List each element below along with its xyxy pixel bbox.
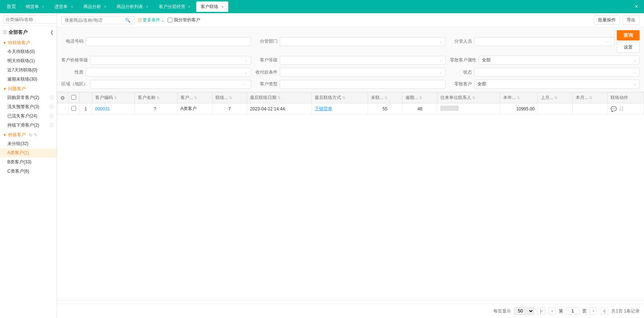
query-button[interactable]: 查询 <box>617 30 640 40</box>
th-last-month-label: 上月... <box>541 95 553 101</box>
next-page-button[interactable]: › <box>590 307 597 315</box>
all-customers-label[interactable]: 全部客户 <box>8 29 28 36</box>
nav-analysis[interactable]: 商品分析 × <box>79 1 111 12</box>
sort-last-method-icon[interactable]: ⇅ <box>342 96 345 100</box>
nav-sales[interactable]: 销货单 × <box>21 1 49 12</box>
customer-level-label: 客户等级 <box>255 57 278 63</box>
price-level-select[interactable]: ⌄ <box>90 56 251 65</box>
region-input[interactable]: ··· <box>90 80 251 89</box>
person-input[interactable]: ··· <box>474 37 615 46</box>
sidebar-item-c-class[interactable]: C类客户(6) <box>0 167 57 176</box>
nav-purchase-close[interactable]: × <box>71 4 73 9</box>
filter-search-input[interactable] <box>65 18 124 23</box>
sidebar-item-7days[interactable]: 近7天待联络(0) <box>0 66 57 75</box>
sort-overdue-icon[interactable]: ⇅ <box>419 96 422 100</box>
filter-search-icon[interactable]: 🔍 <box>125 18 130 23</box>
sidebar-item-a-class[interactable]: A类客户(1) <box>0 148 57 158</box>
sort-this-month-icon[interactable]: ⇅ <box>589 96 592 100</box>
last-page-button[interactable]: ›| <box>600 307 608 315</box>
td-last-month <box>538 103 573 114</box>
sort-this-year-icon[interactable]: ⇅ <box>517 96 520 100</box>
first-page-button[interactable]: |‹ <box>537 307 545 315</box>
th-code-label: 客户编码 <box>95 95 113 101</box>
sidebar-group-problem[interactable]: ▼ 问题客户 <box>0 84 57 93</box>
sort-prev-contact-icon[interactable]: ⇅ <box>472 96 475 100</box>
my-customers-checkbox-wrapper[interactable]: 我分管的客户 <box>168 17 200 23</box>
th-gear: ⚙ <box>57 92 68 103</box>
sidebar-item-tomorrow[interactable]: 明天待联络(1) <box>0 56 57 66</box>
retail-attr-label: 零散客户属性 <box>450 57 476 63</box>
horizontal-scrollbar[interactable] <box>57 300 644 304</box>
window-close-button[interactable]: × <box>632 2 641 11</box>
price-level-label: 客户价格等级 <box>61 57 88 63</box>
sidebar-search-input[interactable] <box>3 15 57 24</box>
sidebar-item-overdue[interactable]: 逾期未联络(30) <box>0 75 57 84</box>
customer-type-input[interactable] <box>280 80 445 89</box>
filter-row-payment: 收付款条件 ⌄ <box>255 68 445 77</box>
message-action-icon[interactable]: 💬 <box>611 106 617 112</box>
td-last-method: 下销货单 <box>312 103 368 114</box>
sidebar-collapse-icon[interactable]: ❮ <box>50 30 54 35</box>
refresh-icon[interactable]: ↻ <box>29 132 32 138</box>
setting-button[interactable]: 设置 <box>617 42 640 53</box>
retail-attr-select[interactable]: 全部⌄ <box>479 56 640 65</box>
nav-purchase[interactable]: 进货单 × <box>50 1 77 12</box>
td-name: ? <box>135 103 178 114</box>
retail-customer-select[interactable]: 全部⌄ <box>474 80 640 89</box>
sidebar-item-churn-warning[interactable]: 流失预警客户(3) ⓘ <box>0 102 57 112</box>
sidebar-item-churned[interactable]: 已流失客户(24) ⓘ <box>0 112 57 121</box>
sidebar-item-b-class[interactable]: B类客户(33) <box>0 158 57 167</box>
nav-customer-segment[interactable]: 客户分层经营 × <box>154 1 195 12</box>
nav-customer-contact[interactable]: 客户联络 × <box>196 1 228 12</box>
info-icon-1: ⓘ <box>50 95 54 100</box>
prev-page-button[interactable]: ‹ <box>548 307 556 315</box>
batch-ops-button[interactable]: 批量操作 <box>594 15 620 25</box>
nav-analysis-list[interactable]: 商品分析列表 × <box>112 1 153 12</box>
page-number-input[interactable] <box>566 307 579 315</box>
dept-select[interactable]: ⌄ <box>280 37 445 46</box>
nav-sales-close[interactable]: × <box>42 4 44 9</box>
nav-analysis-close[interactable]: × <box>104 4 106 9</box>
sidebar-item-today[interactable]: 今天待联络(0) <box>0 47 57 56</box>
sidebar-group-value[interactable]: ▼ 价值客户 ↻ ✎ <box>0 130 57 139</box>
nav-customer-contact-close[interactable]: × <box>221 4 223 9</box>
sort-last-month-icon[interactable]: ⇅ <box>554 96 557 100</box>
action-icon-group: 💬 ☷ <box>611 106 641 112</box>
th-overdue-label: 逾期... <box>405 95 418 101</box>
my-customers-checkbox[interactable] <box>168 18 172 22</box>
table-wrapper: ⚙ 客户编码 ⇅ <box>57 92 644 300</box>
customer-code[interactable]: 000031 <box>95 106 110 112</box>
row-checkbox[interactable] <box>71 106 76 111</box>
level-caret-icon: ⌄ <box>439 58 442 62</box>
phone-input[interactable] <box>86 37 251 46</box>
qr-action-icon[interactable]: ☷ <box>619 106 624 112</box>
sort-not-contact-icon[interactable]: ⇅ <box>384 96 387 100</box>
customer-level-select[interactable]: ⌄ <box>280 56 445 65</box>
table-gear-icon[interactable]: ⚙ <box>60 95 65 101</box>
th-action-label: 联络动作 <box>611 95 628 100</box>
sidebar-item-repurchase-abnormal[interactable]: 回购异常客户(2) ⓘ <box>0 93 57 102</box>
sidebar-item-declining[interactable]: 持续下滑客户(2) ⓘ <box>0 121 57 130</box>
nav-home[interactable]: 首页 <box>3 1 20 12</box>
payment-select[interactable]: ⌄ <box>280 68 445 77</box>
status-select[interactable]: ⌄ <box>474 68 640 77</box>
sort-contact-icon[interactable]: ⇅ <box>229 96 232 100</box>
sort-code-icon[interactable]: ⇅ <box>114 96 117 100</box>
sort-last-date-icon[interactable]: ⇅ <box>278 96 280 100</box>
sidebar-item-ungrouped[interactable]: 未分组(32) <box>0 139 57 148</box>
export-button[interactable]: 导出 <box>623 15 640 25</box>
my-customers-label: 我分管的客户 <box>174 17 200 23</box>
sidebar-group-pending[interactable]: ▼ 待联络客户 <box>0 38 57 47</box>
retail-customer-label: 零散客户 <box>450 81 472 87</box>
nav-customer-segment-close[interactable]: × <box>188 4 190 9</box>
sort-name-icon[interactable]: ⇅ <box>157 96 160 100</box>
page-size-select[interactable]: 50 20 100 <box>514 307 534 315</box>
edit-value-icon[interactable]: ✎ <box>34 132 37 138</box>
more-conditions-button[interactable]: ☷ 更多条件 ⌄ <box>138 17 165 23</box>
nature-select[interactable]: ⌄ <box>86 68 251 77</box>
nav-analysis-list-close[interactable]: × <box>146 4 148 9</box>
sort-level-icon[interactable]: ⇅ <box>194 96 197 100</box>
th-last-method-label: 最后联络方式 <box>315 95 341 101</box>
last-contact-method[interactable]: 下销货单 <box>315 106 332 111</box>
select-all-checkbox[interactable] <box>71 95 76 100</box>
